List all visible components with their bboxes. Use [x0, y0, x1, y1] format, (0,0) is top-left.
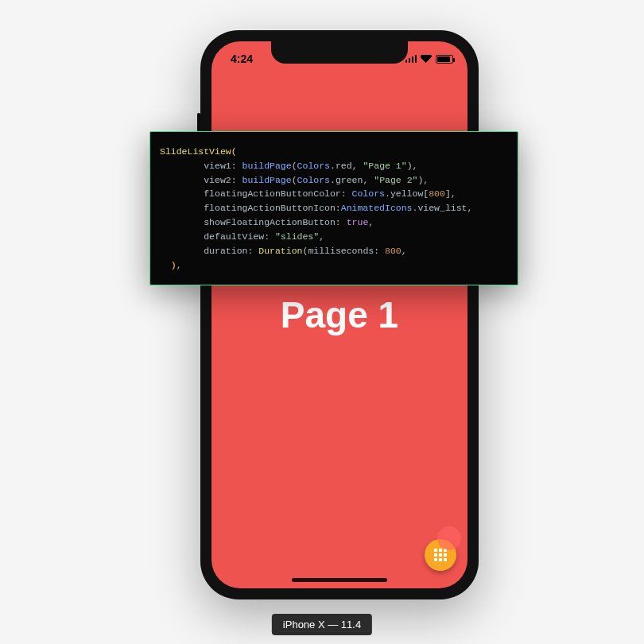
code-token: showFloatingActionButton [204, 217, 336, 227]
code-token: green [336, 175, 363, 185]
home-indicator[interactable] [292, 578, 387, 582]
code-token: Duration [258, 246, 302, 256]
code-token: "Page 2" [374, 175, 417, 185]
code-token: floatingActionButtonIcon [204, 203, 336, 213]
code-token: 800 [385, 246, 402, 256]
notch [271, 41, 408, 64]
code-token: buildPage [242, 161, 292, 171]
code-token: "slides" [275, 231, 319, 242]
code-token: AnimatedIcons [341, 203, 413, 213]
code-token: true [347, 217, 369, 227]
code-token: Colors [352, 188, 385, 199]
signal-icon [405, 55, 417, 63]
code-token: 800 [429, 188, 445, 199]
code-token: view_list [417, 203, 467, 213]
code-token: Colors [297, 175, 330, 185]
touch-indicator [437, 526, 461, 550]
device-label: iPhone X — 11.4 [272, 614, 372, 635]
code-token: milliseconds [308, 246, 374, 256]
phone-screen[interactable]: 4:24 Page 1 [211, 41, 467, 588]
code-token: defaultView [204, 231, 264, 242]
stage: 4:24 Page 1 SlideListView( view1: buildP… [0, 0, 644, 644]
code-token: duration [204, 246, 247, 256]
status-time: 4:24 [231, 52, 253, 65]
code-token: floatingActionButtonColor [204, 188, 341, 199]
code-token: yellow [390, 188, 423, 199]
grid-icon [434, 549, 447, 561]
code-token: SlideListView [160, 146, 231, 157]
wifi-icon [421, 55, 432, 63]
code-token: view1 [204, 161, 231, 171]
code-snippet-overlay: SlideListView( view1: buildPage(Colors.r… [149, 131, 518, 285]
code-token: Colors [297, 161, 330, 171]
battery-icon [436, 55, 453, 64]
code-token: buildPage [242, 175, 292, 185]
code-token: "Page 1" [363, 161, 406, 171]
page-title: Page 1 [211, 41, 467, 588]
phone-frame: 4:24 Page 1 [200, 30, 479, 599]
status-right [405, 55, 454, 64]
code-token: red [336, 161, 352, 171]
mute-switch [197, 113, 200, 132]
code-token: view2 [204, 175, 231, 185]
